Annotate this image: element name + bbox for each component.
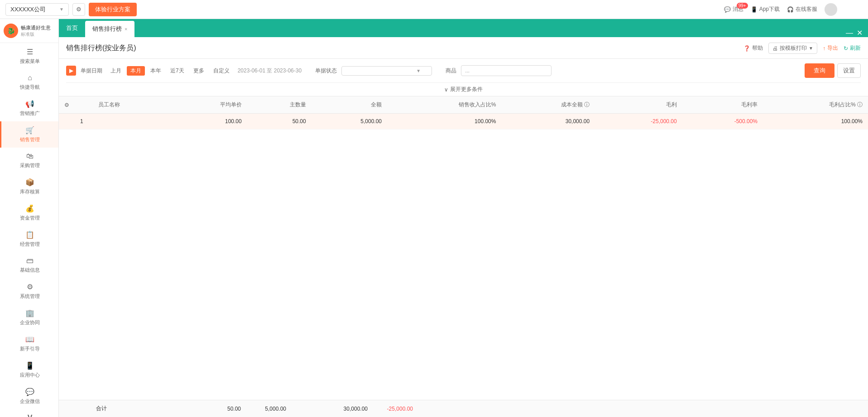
sidebar-label-purchase: 采购管理: [20, 162, 40, 169]
marketing-icon: 📢: [25, 100, 34, 108]
chevron-down-icon: ▼: [59, 7, 64, 12]
sidebar-label-marketing: 营销推广: [20, 110, 40, 117]
sidebar-label-quick: 快捷导航: [20, 84, 40, 91]
date-range-display: 2023-06-01 至 2023-06-30: [238, 67, 302, 75]
refresh-icon: ↻: [844, 45, 848, 52]
expand-label: 展开更多条件: [450, 86, 483, 93]
logo-sub: 标准版: [21, 31, 51, 38]
finance-icon: 💰: [25, 204, 34, 213]
date-tab-prev-month[interactable]: 上月: [107, 66, 125, 76]
table-row[interactable]: 1 100.00 50.00 5,000.00 100.00% 30,000.0…: [59, 114, 868, 129]
message-badge: 99+: [737, 3, 748, 9]
col-rank: [75, 96, 93, 114]
col-avg-price: 平均单价: [170, 96, 247, 114]
col-gross-ratio: 毛利占比% ⓘ: [763, 96, 868, 114]
date-tab-current-year[interactable]: 本年: [147, 66, 165, 76]
expand-icon: ∨: [444, 86, 448, 93]
date-tab-current-month[interactable]: 本月: [127, 66, 145, 76]
date-tab-7days[interactable]: 近7天: [167, 66, 188, 76]
online-service-btn[interactable]: 🎧 在线客服: [787, 5, 817, 13]
sidebar-item-purchase[interactable]: 🛍 采购管理: [0, 148, 58, 173]
sidebar-label-sales: 销售管理: [20, 136, 40, 143]
query-button[interactable]: 查询: [805, 63, 834, 78]
gear-icon: ⚙: [76, 6, 82, 13]
sidebar-item-finance[interactable]: 💰 资金管理: [0, 200, 58, 226]
sidebar-item-operation[interactable]: 📋 经营管理: [0, 226, 58, 252]
print-btn[interactable]: 🖨 按模板打印 ▼: [768, 43, 817, 54]
row-rank-cell: 1: [75, 114, 93, 129]
date-filter-label: 单据日期: [81, 67, 102, 75]
sidebar-item-enterprise[interactable]: 🏢 企业协同: [0, 304, 58, 331]
row-name-cell: [93, 114, 170, 129]
window-close-icon[interactable]: ✕: [857, 29, 863, 37]
row-qty-cell: 50.00: [247, 114, 312, 129]
operation-icon: 📋: [25, 230, 34, 239]
sidebar-item-appstore[interactable]: 📱 应用中心: [0, 357, 58, 383]
col-sales-ratio: 销售收入占比%: [387, 96, 501, 114]
app-download-btn[interactable]: 📱 App下载: [751, 5, 780, 13]
sidebar-label-basic: 基础信息: [20, 267, 40, 273]
member-icon: V: [28, 414, 33, 417]
tab-home-label: 首页: [66, 24, 78, 32]
window-minimize-icon[interactable]: —: [846, 29, 853, 37]
date-tab-more[interactable]: 更多: [190, 66, 208, 76]
sidebar-label-wechat: 企业微信: [20, 398, 40, 405]
footer-qty: 50.00: [205, 406, 241, 412]
sidebar-item-system[interactable]: ⚙ 系统管理: [0, 278, 58, 304]
col-settings: ⚙: [59, 96, 75, 114]
appstore-icon: 📱: [25, 361, 34, 370]
sidebar-label-guide: 新手引导: [20, 345, 40, 352]
refresh-label: 刷新: [850, 44, 861, 52]
refresh-btn[interactable]: ↻ 刷新: [844, 44, 861, 52]
status-select[interactable]: ▼: [341, 66, 432, 76]
message-btn[interactable]: 💬 消息 99+: [724, 5, 743, 13]
settings-button[interactable]: 设置: [837, 63, 861, 78]
row-cost-cell: 30,000.00: [501, 114, 595, 129]
sidebar-item-inventory[interactable]: 📦 库存核算: [0, 173, 58, 200]
tab-home[interactable]: 首页: [59, 19, 85, 37]
message-icon: 💬: [724, 6, 731, 13]
sidebar-item-sales[interactable]: 🛒 销售管理: [0, 121, 58, 148]
sidebar-item-search[interactable]: ☰ 搜索菜单: [0, 43, 58, 69]
sidebar-item-marketing[interactable]: 📢 营销推广: [0, 95, 58, 121]
date-tab-custom[interactable]: 自定义: [210, 66, 233, 76]
sidebar-item-guide[interactable]: 📖 新手引导: [0, 331, 58, 357]
tab-sales-ranking[interactable]: 销售排行榜 ×: [85, 21, 134, 37]
sidebar-item-quick[interactable]: ⌂ 快捷导航: [0, 69, 58, 95]
row-gross-cell: -25,000.00: [595, 114, 682, 129]
sidebar-item-member[interactable]: V 畅会员: [0, 409, 58, 417]
headset-icon: 🎧: [787, 6, 794, 13]
help-icon: ❓: [743, 45, 750, 52]
company-selector[interactable]: XXXXXX公司 ▼: [5, 3, 69, 16]
row-avg-price-cell: 100.00: [170, 114, 247, 129]
service-label: 在线客服: [796, 5, 817, 13]
avatar[interactable]: [825, 3, 837, 16]
col-amount: 全额: [312, 96, 387, 114]
settings-icon-btn[interactable]: ⚙: [72, 3, 85, 16]
trial-button[interactable]: 体验行业方案: [89, 3, 137, 16]
export-btn[interactable]: ↑ 导出: [823, 44, 838, 52]
page-title: 销售排行榜(按业务员): [66, 43, 136, 53]
footer-gross: -25,000.00: [368, 406, 413, 412]
inventory-icon: 📦: [25, 178, 34, 187]
col-qty: 主数量: [247, 96, 312, 114]
guide-icon: 📖: [25, 335, 34, 344]
sidebar-item-wechat[interactable]: 💬 企业微信: [0, 383, 58, 409]
footer-label: 合计: [96, 405, 150, 412]
table-footer: 合计 50.00 5,000.00 30,000.00 -25,000.00: [59, 400, 868, 417]
sidebar-item-basic[interactable]: 🗃 基础信息: [0, 252, 58, 278]
enterprise-icon: 🏢: [25, 309, 34, 317]
filter-expand-arrow[interactable]: ▶: [66, 66, 76, 76]
expand-more-btn[interactable]: ∨ 展开更多条件: [444, 86, 483, 93]
tab-close-icon[interactable]: ×: [125, 26, 127, 32]
sidebar-label-finance: 资金管理: [20, 215, 40, 221]
help-btn[interactable]: ❓ 帮助: [743, 44, 763, 52]
row-sales-ratio-cell: 100.00%: [387, 114, 501, 129]
sidebar-label-enterprise: 企业协同: [20, 319, 40, 326]
goods-input[interactable]: ...: [461, 65, 551, 76]
status-filter-label: 单据状态: [315, 67, 337, 75]
help-label: 帮助: [752, 44, 763, 52]
logo-icon: 🐉: [4, 24, 18, 38]
sidebar-label-system: 系统管理: [20, 293, 40, 300]
sidebar-label-appstore: 应用中心: [20, 372, 40, 379]
